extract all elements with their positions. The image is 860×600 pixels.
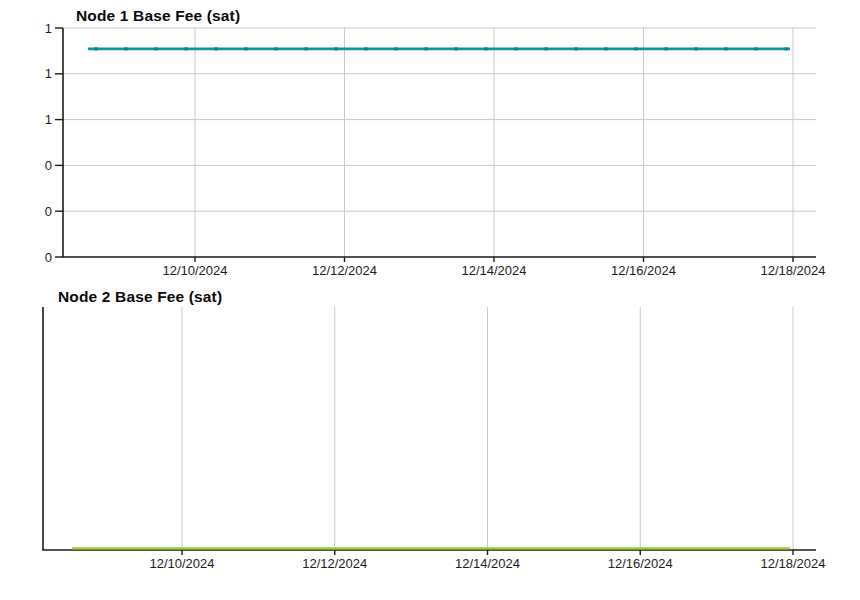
- x-tick-label: 12/18/2024: [760, 263, 825, 278]
- y-tick-label: 1: [45, 66, 52, 81]
- series-marker: [125, 47, 128, 50]
- series-marker: [215, 47, 218, 50]
- node1-chart-title: Node 1 Base Fee (sat): [76, 7, 240, 25]
- x-tick-label: 12/14/2024: [455, 556, 520, 571]
- series-marker: [185, 47, 188, 50]
- series-marker: [305, 47, 308, 50]
- series-marker: [455, 47, 458, 50]
- series-marker: [245, 47, 248, 50]
- chart-2-plot: 12/10/202412/12/202412/14/202412/16/2024…: [42, 307, 825, 571]
- x-tick-label: 12/10/2024: [149, 556, 214, 571]
- series-marker: [95, 47, 98, 50]
- x-tick-label: 12/12/2024: [312, 263, 377, 278]
- series-marker: [515, 47, 518, 50]
- series-marker: [755, 47, 758, 50]
- series-marker: [275, 47, 278, 50]
- x-tick-label: 12/16/2024: [608, 556, 673, 571]
- x-tick-label: 12/12/2024: [302, 556, 367, 571]
- charts-page: 11100012/10/202412/12/202412/14/202412/1…: [0, 0, 860, 600]
- series-marker: [335, 47, 338, 50]
- y-tick-label: 1: [45, 112, 52, 127]
- series-marker: [605, 47, 608, 50]
- series-marker: [575, 47, 578, 50]
- series-marker: [365, 47, 368, 50]
- series-marker: [665, 47, 668, 50]
- series-marker: [695, 47, 698, 50]
- y-tick-label: 0: [45, 204, 52, 219]
- x-tick-label: 12/10/2024: [162, 263, 227, 278]
- series-marker: [155, 47, 158, 50]
- chart-1-plot: 11100012/10/202412/12/202412/14/202412/1…: [45, 21, 826, 278]
- series-marker: [545, 47, 548, 50]
- series-marker: [725, 47, 728, 50]
- series-marker: [635, 47, 638, 50]
- node2-chart-title: Node 2 Base Fee (sat): [58, 288, 222, 306]
- y-tick-label: 1: [45, 21, 52, 36]
- x-tick-label: 12/14/2024: [461, 263, 526, 278]
- x-tick-label: 12/16/2024: [611, 263, 676, 278]
- series-marker: [395, 47, 398, 50]
- x-tick-label: 12/18/2024: [760, 556, 825, 571]
- y-tick-label: 0: [45, 250, 52, 265]
- y-tick-label: 0: [45, 158, 52, 173]
- series-marker: [485, 47, 488, 50]
- series-marker: [785, 47, 788, 50]
- series-marker: [425, 47, 428, 50]
